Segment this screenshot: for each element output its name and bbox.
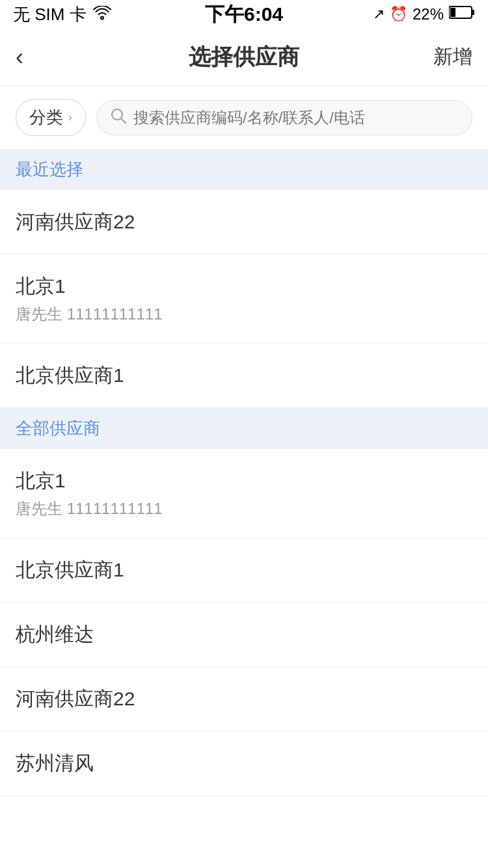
list-item[interactable]: 北京1唐先生 11111111111 [0,254,488,344]
category-label: 分类 [29,106,63,129]
all-section-label: 全部供应商 [16,418,100,438]
status-bar: 无 SIM 卡 下午6:04 ↗ ⏰ 22% [0,0,488,29]
location-icon: ↗ [373,6,385,23]
status-time: 下午6:04 [205,1,283,28]
list-item[interactable]: 北京供应商1 [0,344,488,408]
status-left: 无 SIM 卡 [13,3,111,26]
item-name: 北京供应商1 [16,556,472,584]
all-items-list: 北京1唐先生 11111111111北京供应商1杭州维达河南供应商22苏州清风 [0,449,488,796]
list-item[interactable]: 河南供应商22 [0,190,488,254]
item-name: 河南供应商22 [16,685,472,712]
svg-rect-1 [472,10,474,15]
list-item[interactable]: 北京1唐先生 11111111111 [0,449,488,538]
item-sub: 唐先生 11111111111 [16,304,472,325]
nav-bar: ‹ 选择供应商 新增 [0,29,488,86]
search-box[interactable] [96,100,472,135]
alarm-icon: ⏰ [390,6,407,23]
list-item[interactable]: 河南供应商22 [0,667,488,731]
battery-label: 22% [413,5,444,23]
page-title: 选择供应商 [189,42,299,72]
battery-icon [449,5,475,23]
search-icon [110,107,127,128]
item-name: 苏州清风 [16,750,472,777]
item-name: 北京1 [16,273,472,300]
svg-line-4 [121,118,126,123]
add-button[interactable]: 新增 [433,44,472,70]
search-input[interactable] [133,109,459,127]
recent-section-label: 最近选择 [16,159,83,179]
item-name: 北京1 [16,467,472,495]
no-sim-label: 无 SIM 卡 [13,3,87,26]
chevron-right-icon: › [68,111,72,124]
item-name: 河南供应商22 [16,208,472,236]
recent-items-list: 河南供应商22北京1唐先生 11111111111北京供应商1 [0,190,488,408]
back-button[interactable]: ‹ [16,44,55,71]
status-right: ↗ ⏰ 22% [373,5,475,23]
item-sub: 唐先生 11111111111 [16,498,472,519]
category-button[interactable]: 分类 › [16,99,86,136]
filter-bar: 分类 › [0,86,488,149]
item-name: 杭州维达 [16,621,472,648]
wifi-icon [93,5,111,25]
svg-rect-2 [450,8,455,17]
list-item[interactable]: 苏州清风 [0,731,488,796]
list-item[interactable]: 杭州维达 [0,603,488,667]
all-section-header: 全部供应商 [0,408,488,449]
list-item[interactable]: 北京供应商1 [0,538,488,603]
item-name: 北京供应商1 [16,362,472,389]
recent-section-header: 最近选择 [0,149,488,190]
